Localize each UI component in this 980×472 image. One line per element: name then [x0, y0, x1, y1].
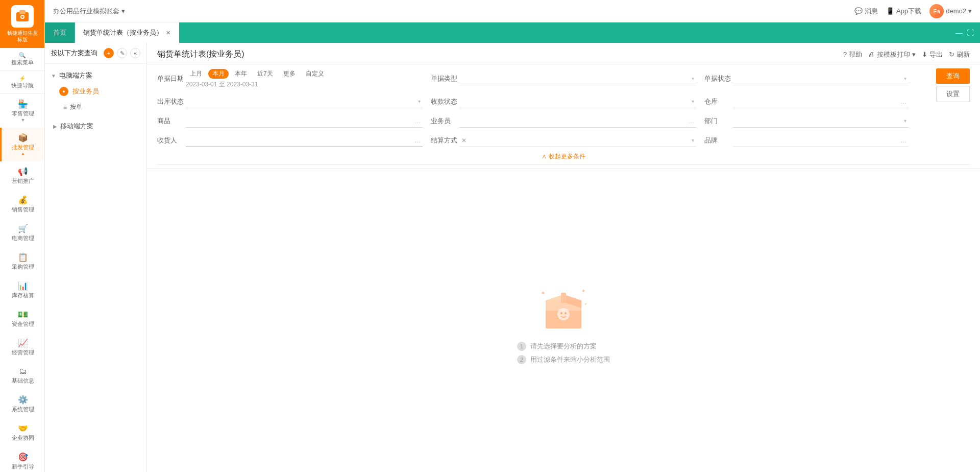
refresh-btn[interactable]: ↻ 刷新 [949, 50, 970, 59]
goods-dots: … [414, 117, 421, 125]
sidebar-item-sales[interactable]: 💰 销售管理 [0, 190, 44, 219]
collapse-panel-btn[interactable]: « [130, 48, 140, 58]
sidebar-item-marketing[interactable]: 📢 营销推广 [0, 161, 44, 190]
svg-point-11 [565, 312, 567, 314]
edit-scheme-btn[interactable]: ✎ [117, 48, 127, 58]
desktop-scheme-header[interactable]: ▼ 电脑端方案 [45, 68, 146, 83]
goods-input[interactable]: … [186, 114, 423, 128]
sales-label: 销售管理 [12, 206, 34, 214]
sidebar-item-newbie[interactable]: 🎯 新手引导 [0, 447, 44, 472]
right-content: 销货单统计表(按业务员) ? 帮助 🖨 按模板打印 ▾ ⬇ [147, 43, 980, 472]
doc-type-input[interactable]: ▾ [459, 72, 696, 85]
sidebar-item-wholesale[interactable]: 📦 批发管理 ▲ [0, 128, 44, 161]
desktop-arrow-icon: ▼ [51, 73, 56, 79]
sidebar-item-system[interactable]: ⚙️ 系统管理 [0, 390, 44, 418]
payment-method-input[interactable]: ✕ ▾ [459, 134, 696, 147]
wholesale-label: 批发管理 [12, 144, 34, 151]
sidebar-nav: 🏪 零售管理 ▼ 📦 批发管理 ▲ 📢 营销推广 💰 销售管理 🛒 电商管理 📋… [0, 94, 44, 472]
date-tab-this-year[interactable]: 本年 [231, 68, 251, 79]
scheme-sub-item-by-order[interactable]: ≡ 按单 [45, 100, 146, 114]
receipt-status-input[interactable]: ▾ [459, 95, 696, 108]
salesperson-label: 业务员 [431, 116, 457, 126]
date-tab-more[interactable]: 更多 [279, 68, 300, 79]
help-btn[interactable]: ? 帮助 [843, 50, 862, 59]
sidebar-item-base[interactable]: 🗂 基础信息 [0, 362, 44, 390]
add-scheme-btn[interactable]: + [104, 48, 114, 58]
user-menu[interactable]: Ea demo2 ▾ [929, 4, 972, 18]
sales-icon: 💰 [18, 195, 28, 205]
svg-text:✦: ✦ [541, 290, 546, 297]
left-panel-actions: + ✎ « [104, 48, 140, 58]
mobile-arrow-icon: ▶ [53, 124, 57, 129]
out-status-input[interactable]: ▾ [186, 95, 423, 108]
sidebar-quick-nav-item[interactable]: ⚡ 快捷导航 [0, 71, 44, 94]
empty-state: ✦ ✦ ✦ 1 请先选择要分析的方案 2 用过滤条件来缩小分析范围 [147, 169, 980, 472]
doc-status-input[interactable]: ▾ [733, 72, 909, 85]
recipient-dots: … [414, 137, 421, 144]
payment-method-close-icon[interactable]: ✕ [461, 137, 467, 144]
marketing-label: 营销推广 [12, 177, 34, 185]
collapse-more-btn[interactable]: ∧ 收起更多条件 [157, 149, 970, 164]
filter-receipt-status: 收款状态 ▾ [431, 95, 696, 108]
out-status-label: 出库状态 [157, 97, 184, 106]
topbar-left: 办公用品行业模拟账套 ▾ [53, 7, 125, 16]
sidebar-item-inventory[interactable]: 📊 库存核算 [0, 276, 44, 304]
svg-rect-8 [561, 293, 566, 303]
left-panel: 按以下方案查询 + ✎ « ▼ 电脑端方案 ● 按业务员 ≡ 按单 [45, 43, 147, 472]
scheme-item-by-sales[interactable]: ● 按业务员 [45, 83, 146, 100]
settings-btn[interactable]: 设置 [936, 86, 970, 102]
user-dropdown-icon: ▾ [968, 7, 972, 15]
sidebar-item-corp[interactable]: 🤝 企业协同 [0, 418, 44, 447]
dept-input[interactable]: ▾ [733, 114, 909, 128]
template-print-btn[interactable]: 🖨 按模板打印 ▾ [868, 50, 916, 59]
page-header: 销货单统计表(按业务员) ? 帮助 🖨 按模板打印 ▾ ⬇ [147, 43, 980, 64]
date-tab-custom[interactable]: 自定义 [302, 68, 328, 79]
message-btn[interactable]: 💬 消息 [854, 7, 878, 16]
payment-method-tag-area: ✕ [461, 137, 467, 144]
sidebar-item-ops[interactable]: 📈 经营管理 [0, 333, 44, 362]
dept-arrow: ▾ [904, 118, 906, 124]
left-panel-header: 按以下方案查询 + ✎ « [45, 43, 146, 64]
app-download-btn[interactable]: 📱 App下载 [886, 7, 921, 16]
svg-point-10 [560, 312, 562, 314]
company-selector[interactable]: 办公用品行业模拟账套 ▾ [53, 7, 125, 16]
minimize-icon[interactable]: — [955, 29, 963, 37]
tab-home[interactable]: 首页 [45, 22, 75, 43]
svg-point-9 [557, 308, 570, 320]
sidebar-item-finance[interactable]: 💵 资金管理 [0, 304, 44, 333]
payment-method-arrow: ▾ [692, 137, 694, 143]
hint-num-2: 2 [517, 355, 526, 364]
tab-close-icon[interactable]: ✕ [166, 30, 170, 36]
dept-label: 部门 [704, 116, 731, 126]
svg-rect-1 [19, 10, 26, 14]
retail-label: 零售管理 [12, 110, 34, 117]
filter-out-status: 出库状态 ▾ [157, 95, 423, 108]
mobile-scheme-header[interactable]: ▶ 移动端方案 [45, 119, 146, 134]
sidebar-item-purchase[interactable]: 📋 采购管理 [0, 247, 44, 276]
brand-dots: … [900, 137, 906, 144]
empty-hint-2: 2 用过滤条件来缩小分析范围 [517, 355, 610, 364]
date-tab-last-month[interactable]: 上月 [186, 68, 206, 79]
filter-row-3: 商品 … 业务员 … [157, 110, 970, 130]
export-icon: ⬇ [922, 51, 927, 58]
sidebar-item-ecommerce[interactable]: 🛒 电商管理 [0, 219, 44, 247]
warehouse-input[interactable]: … [733, 95, 909, 108]
company-dropdown-icon: ▾ [121, 7, 125, 15]
ops-label: 经营管理 [12, 349, 34, 357]
salesperson-input[interactable]: … [459, 114, 696, 128]
svg-text:✦: ✦ [584, 302, 587, 306]
logo-icon [11, 5, 34, 28]
sidebar-search-item[interactable]: 🔍 搜索菜单 [0, 48, 44, 71]
maximize-icon[interactable]: ⛶ [967, 29, 974, 37]
sidebar: 畅捷通好生意 标版 🔍 搜索菜单 ⚡ 快捷导航 🏪 零售管理 ▼ 📦 批发管理 … [0, 0, 45, 472]
date-tab-this-month[interactable]: 本月 [208, 69, 229, 79]
export-btn[interactable]: ⬇ 导出 [922, 50, 943, 59]
recipient-input[interactable]: … [186, 134, 423, 147]
date-tab-7days[interactable]: 近7天 [253, 68, 277, 79]
finance-label: 资金管理 [12, 320, 34, 328]
brand-input[interactable]: … [733, 134, 909, 147]
sidebar-item-retail[interactable]: 🏪 零售管理 ▼ [0, 94, 44, 128]
tab-sales-stat[interactable]: 销货单统计表（按业务员） ✕ [75, 22, 179, 43]
payment-method-label: 结算方式 [431, 136, 457, 145]
query-btn[interactable]: 查询 [936, 68, 970, 84]
